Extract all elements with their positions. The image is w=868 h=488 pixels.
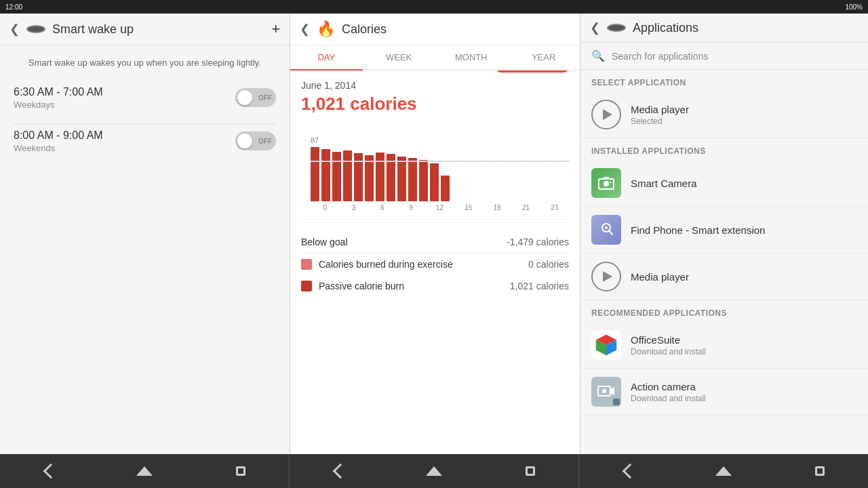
x-label-1: 3 (339, 204, 368, 211)
media-player-info: Media player (631, 271, 857, 283)
tab-month[interactable]: MONTH (435, 45, 508, 69)
chart-bar-7 (387, 154, 395, 201)
back-arrow-icon-3 (623, 464, 638, 479)
panel2-header: ❮ 🔥 Calories (290, 14, 580, 45)
main-content: ❮ Smart wake up + Smart wake up wakes yo… (0, 14, 868, 454)
selected-app-name: Media player (631, 104, 857, 115)
home-icon-2 (426, 466, 442, 476)
chart-bar-1 (321, 149, 330, 201)
legend-passive-row: Passive calorie burn 1,021 calories (301, 275, 569, 297)
app-item-smart-camera[interactable]: Smart Camera (580, 160, 868, 207)
alarm-1-days: Weekdays (14, 100, 103, 110)
find-phone-info: Find Phone - Smart extension (631, 224, 857, 236)
app-item-action-camera[interactable]: Action camera Download and install (580, 369, 868, 415)
action-camera-info: Action camera Download and install (631, 381, 857, 403)
chart-bar-5 (365, 155, 374, 201)
chart-bar-0 (311, 147, 319, 201)
smart-camera-icon (591, 168, 621, 198)
calories-tabs: DAY WEEK MONTH YEAR (290, 45, 580, 70)
app-item-officesuite[interactable]: OfficeSuite Download and install (580, 322, 868, 369)
alarm-1-toggle[interactable]: OFF (235, 88, 276, 107)
legend-passive-left: Passive calorie burn (301, 281, 404, 291)
nav-recent-button-3[interactable] (810, 462, 829, 481)
x-label-6: 18 (483, 204, 511, 211)
legend-exercise-dot (301, 259, 312, 270)
app-item-media-player[interactable]: Media player (580, 253, 868, 300)
alarm-1-time: 6:30 AM - 7:00 AM (14, 86, 103, 98)
officesuite-name: OfficeSuite (631, 334, 857, 346)
action-camera-name: Action camera (631, 381, 857, 392)
alarm-1-info: 6:30 AM - 7:00 AM Weekdays (14, 86, 103, 110)
find-phone-name: Find Phone - Smart extension (631, 224, 857, 236)
nav-recent-button-1[interactable] (231, 462, 250, 481)
nav-home-button-3[interactable] (714, 462, 733, 481)
panel1-header: ❮ Smart wake up + (0, 14, 290, 45)
panel-calories: ❮ 🔥 Calories DAY WEEK MONTH YEAR June 1,… (290, 14, 580, 454)
find-phone-icon (591, 215, 621, 245)
home-icon-1 (136, 466, 153, 476)
x-label-8: 23 (540, 204, 569, 211)
nav-recent-button-2[interactable] (521, 462, 540, 481)
tab-year[interactable]: YEAR (507, 45, 580, 69)
alarm-1-toggle-knob (237, 90, 252, 105)
nav-home-button-2[interactable] (425, 462, 443, 481)
panel1-add-button[interactable]: + (271, 20, 280, 38)
media-player-selected-icon (591, 100, 621, 129)
panel1-title: Smart wake up (52, 22, 134, 37)
bottom-nav-section-3 (579, 454, 868, 488)
alarm-2-info: 8:00 AM - 9:00 AM Weekends (14, 129, 103, 153)
tab-week[interactable]: WEEK (363, 45, 435, 69)
status-battery: 100% (845, 3, 863, 11)
panel3-back-chevron[interactable]: ❮ (590, 20, 600, 35)
recent-icon-1 (236, 466, 245, 476)
app-item-find-phone[interactable]: Find Phone - Smart extension (580, 207, 868, 253)
smart-camera-name: Smart Camera (631, 178, 857, 189)
officesuite-info: OfficeSuite Download and install (631, 334, 857, 357)
search-icon: 🔍 (591, 49, 605, 62)
alarm-2-days: Weekends (14, 143, 103, 153)
officesuite-icon (591, 330, 621, 360)
nav-back-button-3[interactable] (618, 462, 637, 481)
panel2-back-chevron[interactable]: ❮ (300, 22, 310, 37)
panel2-title: Calories (342, 22, 387, 37)
below-goal-value: -1,479 calories (507, 237, 569, 247)
search-bar[interactable]: 🔍 Search for applications (580, 43, 868, 70)
back-arrow-icon-1 (43, 464, 59, 479)
legend-passive-dot (301, 281, 312, 291)
chart-x-labels: 03691215182123 (311, 204, 569, 211)
media-player-name: Media player (631, 271, 857, 283)
find-phone-svg (597, 221, 615, 239)
panel1-header-left: ❮ Smart wake up (9, 22, 134, 37)
legend-exercise-left: Calories burned during exercise (301, 259, 453, 270)
chart-bar-3 (343, 150, 352, 201)
search-text: Search for applications (612, 51, 708, 62)
select-application-label: SELECT APPLICATION (580, 70, 868, 92)
play-triangle-2-icon (603, 271, 612, 282)
chart-bar-9 (408, 158, 417, 201)
selected-app-item[interactable]: Media player Selected (580, 92, 868, 138)
status-time: 12:00 (5, 3, 22, 11)
nav-back-button-1[interactable] (39, 462, 58, 481)
alarm-item-2-row: 8:00 AM - 9:00 AM Weekends OFF (14, 129, 276, 153)
panel3-drum-icon (607, 24, 626, 32)
x-label-0: 0 (311, 204, 339, 211)
x-label-2: 6 (368, 204, 397, 211)
action-camera-subtitle: Download and install (631, 394, 857, 403)
alarm-2-toggle[interactable]: OFF (235, 131, 276, 150)
panel3-header: ❮ Applications (580, 14, 868, 43)
alarm-divider-1 (14, 123, 276, 124)
calories-date: June 1, 2014 (301, 80, 417, 91)
x-label-7: 21 (511, 204, 540, 211)
officesuite-subtitle: Download and install (631, 347, 857, 357)
nav-back-button-2[interactable] (328, 462, 347, 481)
panel1-description: Smart wake up wakes you up when you are … (14, 56, 276, 70)
selected-app-info: Media player Selected (631, 104, 857, 126)
panel2-body: June 1, 2014 1,021 calories 🏅 2,500 87 0… (290, 70, 580, 454)
panel-smart-wake-up: ❮ Smart wake up + Smart wake up wakes yo… (0, 14, 290, 454)
panel1-drum-icon (26, 25, 45, 33)
media-player-installed-icon (591, 262, 621, 291)
installed-apps-label: INSTALLED APPLICATIONS (580, 138, 868, 160)
nav-home-button-1[interactable] (135, 462, 154, 481)
panel1-back-chevron[interactable]: ❮ (9, 22, 20, 37)
tab-day[interactable]: DAY (290, 45, 363, 69)
